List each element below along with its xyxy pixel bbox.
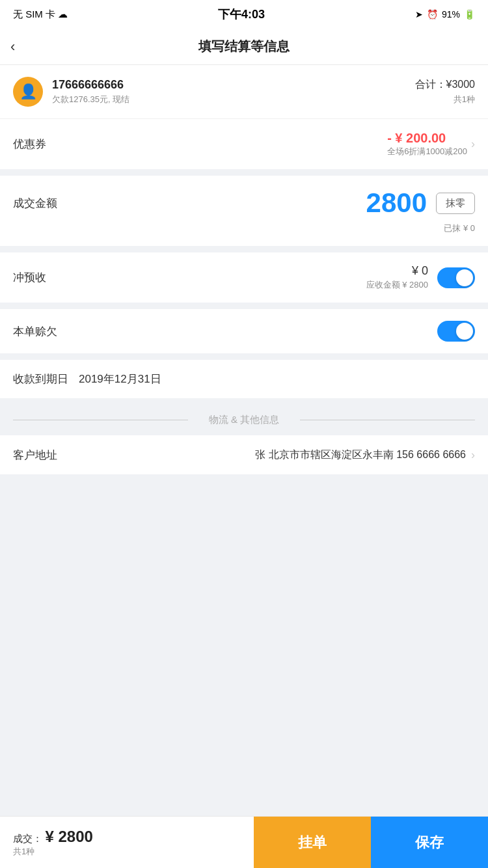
- customer-sub: 欠款1276.35元, 现结: [52, 94, 129, 105]
- advance-sub: 应收金额 ¥ 2800: [366, 279, 428, 291]
- advance-label: 冲预收: [13, 270, 46, 285]
- location-icon: ➤: [415, 9, 423, 20]
- page-title: 填写结算等信息: [198, 38, 290, 55]
- customer-right: 合计：¥3000 共1种: [415, 78, 476, 105]
- divider-line-left: [13, 420, 188, 420]
- advance-toggle[interactable]: [437, 267, 475, 288]
- customer-count: 共1种: [415, 94, 476, 105]
- chevron-right-icon: ›: [471, 137, 475, 151]
- coupon-desc: 全场6折满1000减200: [387, 146, 467, 157]
- address-right: 张 北京市市辖区海淀区永丰南 156 6666 6666 ›: [70, 447, 475, 463]
- divider-line-right: [300, 420, 475, 420]
- deal-amount: 2800: [366, 187, 427, 219]
- customer-info: 17666666666 欠款1276.35元, 现结: [52, 78, 129, 105]
- duedate-value: 2019年12月31日: [79, 372, 161, 387]
- address-chevron-icon: ›: [471, 448, 475, 462]
- bottom-count: 共1种: [13, 846, 241, 858]
- battery-label: 91%: [442, 9, 460, 20]
- bottom-bar: 成交： ¥ 2800 共1种 挂单 保存: [0, 816, 488, 868]
- advance-amount: ¥ 0: [366, 264, 428, 278]
- advance-right: ¥ 0 应收金额 ¥ 2800: [366, 264, 475, 291]
- save-button[interactable]: 保存: [371, 817, 488, 869]
- debt-label: 本单赊欠: [13, 324, 57, 339]
- bottom-amount: ¥ 2800: [45, 828, 92, 845]
- advance-section: 冲预收 ¥ 0 应收金额 ¥ 2800: [0, 252, 488, 303]
- customer-total: 合计：¥3000: [415, 78, 476, 92]
- status-left: 无 SIM 卡 ☁: [13, 8, 68, 21]
- duedate-row: 收款到期日 2019年12月31日: [13, 372, 475, 387]
- coupon-amount: - ¥ 200.00: [387, 131, 467, 146]
- coupon-label: 优惠券: [13, 137, 46, 152]
- round-button[interactable]: 抹零: [436, 193, 475, 214]
- customer-row: 👤 17666666666 欠款1276.35元, 现结 合计：¥3000 共1…: [0, 65, 488, 118]
- bottom-deal-label: 成交：: [13, 833, 42, 844]
- avatar: 👤: [13, 77, 43, 107]
- amount-section: 成交金额 2800 抹零 已抹 ¥ 0: [0, 176, 488, 246]
- avatar-icon: 👤: [20, 83, 37, 100]
- customer-card: 👤 17666666666 欠款1276.35元, 现结 合计：¥3000 共1…: [0, 65, 488, 169]
- customer-left: 👤 17666666666 欠款1276.35元, 现结: [13, 77, 129, 107]
- nav-bar: ‹ 填写结算等信息: [0, 29, 488, 65]
- debt-toggle[interactable]: [437, 321, 475, 342]
- logistics-label: 物流 & 其他信息: [209, 414, 279, 426]
- advance-row: 冲预收 ¥ 0 应收金额 ¥ 2800: [13, 264, 475, 291]
- sim-label: 无 SIM 卡 ☁: [13, 8, 68, 21]
- advance-value-block: ¥ 0 应收金额 ¥ 2800: [366, 264, 428, 291]
- coupon-info: - ¥ 200.00 全场6折满1000减200: [387, 131, 467, 157]
- coupon-right: - ¥ 200.00 全场6折满1000减200 ›: [387, 131, 475, 157]
- extra-space: [0, 481, 488, 611]
- duedate-section: 收款到期日 2019年12月31日: [0, 360, 488, 398]
- logistics-divider: 物流 & 其他信息: [0, 405, 488, 435]
- alarm-icon: ⏰: [427, 9, 438, 20]
- address-section[interactable]: 客户地址 张 北京市市辖区海淀区永丰南 156 6666 6666 ›: [0, 435, 488, 474]
- status-bar: 无 SIM 卡 ☁ 下午4:03 ➤ ⏰ 91% 🔋: [0, 0, 488, 29]
- address-label: 客户地址: [13, 448, 57, 463]
- status-time: 下午4:03: [218, 7, 265, 22]
- amount-value-group: 2800 抹零: [366, 187, 475, 219]
- status-right: ➤ ⏰ 91% 🔋: [415, 9, 475, 20]
- coupon-row[interactable]: 优惠券 - ¥ 200.00 全场6折满1000减200 ›: [0, 118, 488, 169]
- customer-phone: 17666666666: [52, 78, 129, 92]
- hang-button[interactable]: 挂单: [254, 817, 371, 869]
- address-value: 张 北京市市辖区海淀区永丰南 156 6666 6666: [255, 447, 466, 463]
- total-amount: ¥3000: [446, 79, 476, 90]
- battery-icon: 🔋: [464, 9, 475, 20]
- duedate-label: 收款到期日: [13, 372, 68, 387]
- content: 👤 17666666666 欠款1276.35元, 现结 合计：¥3000 共1…: [0, 65, 488, 663]
- amount-row: 成交金额 2800 抹零: [13, 187, 475, 219]
- amount-sub: 已抹 ¥ 0: [13, 223, 475, 234]
- bottom-deal-row: 成交： ¥ 2800: [13, 828, 241, 846]
- amount-label: 成交金额: [13, 196, 57, 211]
- back-button[interactable]: ‹: [10, 38, 15, 55]
- bottom-summary: 成交： ¥ 2800 共1种: [0, 828, 254, 858]
- debt-section: 本单赊欠: [0, 309, 488, 353]
- total-label: 合计：: [415, 79, 446, 90]
